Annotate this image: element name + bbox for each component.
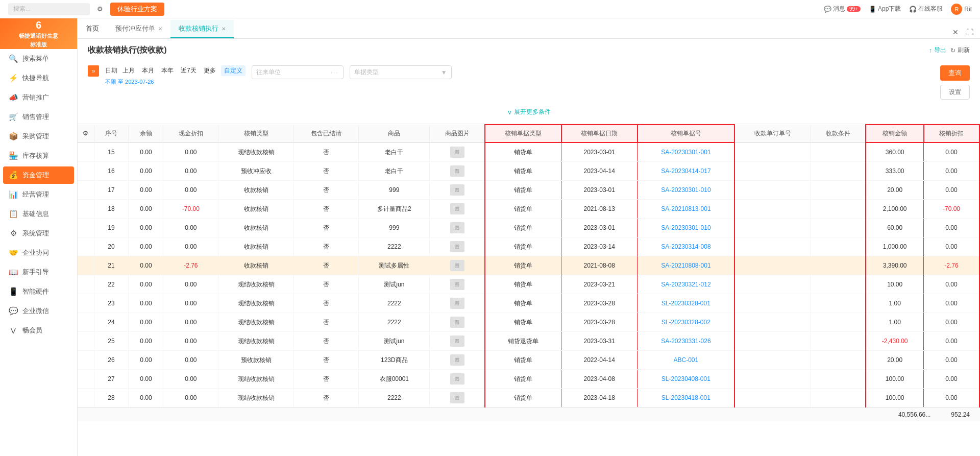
td-cancel-bill-date: 2022-04-14: [561, 351, 638, 370]
setting-button[interactable]: 设置: [940, 85, 970, 100]
tab-prepay[interactable]: 预付冲应付单 ✕: [107, 20, 170, 38]
bill-type-select[interactable]: 单据类型 ▼: [350, 65, 452, 79]
tab-home[interactable]: 首页: [78, 20, 107, 38]
sidebar-item-资金管理[interactable]: 💰资金管理: [3, 166, 74, 184]
filter-right-btns: 查询 设置: [940, 65, 970, 100]
td-seq: 26: [94, 351, 129, 370]
search-placeholder: 搜索...: [13, 5, 31, 13]
sidebar-item-库存核算[interactable]: 🏪库存核算: [0, 146, 77, 165]
td-cancel-amount: 1.00: [866, 313, 923, 332]
app-download-area[interactable]: 📱 App下载: [869, 5, 901, 13]
date-this-year[interactable]: 本年: [159, 65, 176, 76]
td-cancel-type: 现结收款核销: [218, 389, 294, 407]
sidebar-item-销售管理[interactable]: 🛒销售管理: [0, 107, 77, 127]
sidebar-item-label-8: 基础信息: [22, 209, 49, 219]
sidebar-item-系统管理[interactable]: ⚙系统管理: [0, 224, 77, 243]
td-cancel-bill-no: SA-20230301-010: [638, 181, 735, 200]
tab-cancel-close-icon[interactable]: ✕: [222, 26, 226, 32]
bill-no-link[interactable]: SL-20230328-001: [662, 300, 710, 307]
sidebar-item-经营管理[interactable]: 📊经营管理: [0, 185, 77, 204]
user-area[interactable]: R Rit: [951, 4, 972, 15]
th-settings[interactable]: ⚙: [78, 125, 94, 142]
td-seq: 20: [94, 237, 129, 256]
th-cancel-bill-date: 核销单据日期: [561, 125, 638, 142]
app-icon: 📱: [869, 6, 876, 13]
td-product-image: 图: [430, 237, 485, 256]
tab-expand-action[interactable]: ⛶: [964, 26, 976, 38]
bill-no-link[interactable]: SA-20230301-010: [661, 224, 710, 231]
industry-solution-button[interactable]: 休验行业方案: [110, 3, 164, 16]
td-receipt-order-no: [734, 332, 810, 351]
message-area[interactable]: 💬 消息 99+: [824, 5, 861, 13]
sidebar-item-搜索菜单[interactable]: 🔍搜索菜单: [0, 49, 77, 68]
td-cancel-amount: 1,000.00: [866, 237, 923, 256]
td-include-settled: 否: [293, 200, 359, 219]
td-cash-discount: 0.00: [163, 351, 218, 370]
query-button[interactable]: 查询: [940, 65, 970, 81]
td-cancel-bill-date: 2023-03-28: [561, 294, 638, 313]
td-cancel-amount: -2,430.00: [866, 332, 923, 351]
tab-cancel[interactable]: 收款核销执行 ✕: [170, 20, 234, 38]
date-custom[interactable]: 自定义: [221, 65, 246, 76]
filter-expand-button[interactable]: »: [88, 65, 99, 77]
date-this-month[interactable]: 本月: [140, 65, 156, 76]
sidebar-item-营销推广[interactable]: 📣营销推广: [0, 88, 77, 107]
sidebar-item-畅会员[interactable]: V畅会员: [0, 321, 77, 340]
bill-no-link[interactable]: SL-20230408-001: [662, 375, 710, 382]
sidebar-item-基础信息[interactable]: 📋基础信息: [0, 204, 77, 224]
td-cancel-bill-type: 销货单: [485, 275, 561, 294]
bill-no-link[interactable]: SA-20210813-001: [661, 205, 710, 212]
product-image: 图: [450, 147, 464, 158]
td-seq: 23: [94, 294, 129, 313]
th-include-settled: 包含已结清: [293, 125, 359, 142]
settings-gear-icon[interactable]: ⚙: [94, 3, 106, 15]
td-seq: 28: [94, 389, 129, 407]
td-receipt-order-no: [734, 275, 810, 294]
sidebar-item-企业微信[interactable]: 💬企业微信: [0, 301, 77, 321]
td-include-settled: 否: [293, 162, 359, 181]
search-box[interactable]: 搜索...: [8, 3, 90, 15]
bill-no-link[interactable]: SL-20230418-001: [662, 394, 710, 401]
date-last-month[interactable]: 上月: [120, 65, 137, 76]
bill-no-link[interactable]: SA-20210808-001: [661, 262, 710, 269]
td-product: 2222: [359, 294, 430, 313]
sidebar-item-label-13: 企业微信: [22, 306, 49, 316]
date-7days[interactable]: 近7天: [179, 65, 199, 76]
sidebar-item-icon-12: 📱: [8, 287, 18, 296]
table-row: 28 0.00 0.00 现结收款核销 否 2222 图 销货单 2023-04…: [78, 389, 979, 407]
td-balance: 0.00: [129, 275, 163, 294]
bill-no-link[interactable]: SA-20230331-026: [661, 338, 710, 345]
tab-close-action[interactable]: ✕: [949, 26, 962, 38]
bill-no-link[interactable]: ABC-001: [674, 356, 699, 364]
td-balance: 0.00: [129, 370, 163, 389]
product-image: 图: [450, 203, 464, 214]
online-service-area[interactable]: 🎧 在线客服: [909, 5, 943, 13]
sidebar-item-label-3: 销售管理: [22, 112, 49, 122]
tab-prepay-close-icon[interactable]: ✕: [158, 26, 162, 32]
bill-no-link[interactable]: SA-20230301-001: [661, 149, 710, 156]
bill-no-link[interactable]: SA-20230414-017: [661, 167, 710, 175]
sidebar-item-新手引导[interactable]: 📖新手引导: [0, 262, 77, 282]
bill-no-link[interactable]: SL-20230328-002: [662, 319, 710, 326]
bill-no-link[interactable]: SA-20230301-010: [661, 186, 710, 194]
td-cash-discount: -2.76: [163, 256, 218, 275]
bill-no-link[interactable]: SA-20230321-012: [661, 281, 710, 288]
sidebar-item-采购管理[interactable]: 📦采购管理: [0, 127, 77, 146]
product-image: 图: [450, 184, 464, 196]
product-image: 图: [450, 222, 464, 233]
date-more[interactable]: 更多: [202, 65, 218, 76]
refresh-button[interactable]: ↻ 刷新: [950, 46, 970, 55]
th-cancel-bill-no: 核销单据号: [638, 125, 735, 142]
sidebar-item-智能硬件[interactable]: 📱智能硬件: [0, 282, 77, 301]
bill-no-link[interactable]: SA-20230314-008: [661, 243, 710, 250]
td-cancel-bill-type: 销货单: [485, 313, 561, 332]
data-table: ⚙ 序号 余额 现金折扣 核销类型 包含已结清 商品 商品图片 核销单据类型 核…: [78, 124, 980, 407]
sidebar-item-企业协同[interactable]: 🤝企业协同: [0, 243, 77, 262]
td-cash-discount: 0.00: [163, 332, 218, 351]
sidebar-item-快捷导航[interactable]: ⚡快捷导航: [0, 68, 77, 88]
td-cancel-bill-type: 销货单: [485, 200, 561, 219]
export-button[interactable]: ↑ 导出: [929, 46, 946, 55]
expand-conditions-button[interactable]: ∨ 展开更多条件: [507, 108, 551, 116]
td-cash-discount: 0.00: [163, 313, 218, 332]
from-unit-input[interactable]: 往来单位 ···: [252, 65, 344, 79]
